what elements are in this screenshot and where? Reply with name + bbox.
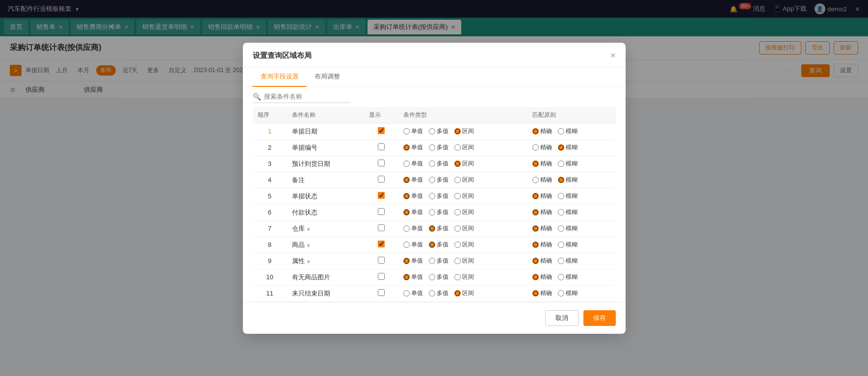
dialog-title: 设置查询区域布局 [253,51,312,60]
tab-layout-adjust[interactable]: 布局调整 [307,67,348,87]
settings-dialog: 设置查询区域布局 × 查询字段设置 布局调整 🔍 顺序 [243,43,626,99]
search-icon: 🔍 [253,93,261,99]
search-wrap: 🔍 [253,93,351,99]
dialog-header: 设置查询区域布局 × [243,43,626,67]
search-input[interactable] [264,93,342,99]
tab-query-fields[interactable]: 查询字段设置 [253,67,307,87]
dialog-tabs: 查询字段设置 布局调整 [243,67,626,87]
dialog-close-btn[interactable]: × [610,51,616,61]
dialog-search: 🔍 [243,87,626,99]
modal-overlay: 设置查询区域布局 × 查询字段设置 布局调整 🔍 顺序 [0,0,868,99]
